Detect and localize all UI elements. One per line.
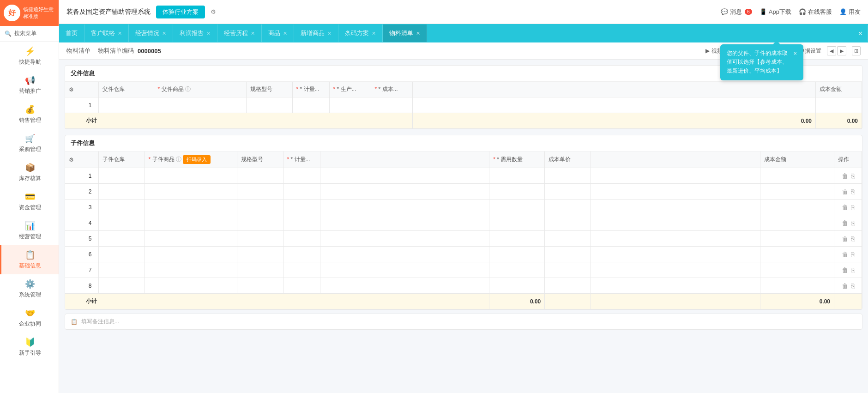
child-warehouse-cell-0[interactable]: [98, 168, 145, 184]
sidebar-item-purchase[interactable]: 🛒 采购管理: [0, 129, 59, 158]
tab-products-close[interactable]: ✕: [283, 30, 287, 36]
parent-spec-cell[interactable]: [246, 97, 292, 113]
tab-ops-status[interactable]: 经营情况 ✕: [129, 24, 173, 42]
parent-cost-cell[interactable]: [371, 97, 412, 113]
sidebar-item-inventory[interactable]: 📦 库存核算: [0, 158, 59, 187]
tab-ops-status-close[interactable]: ✕: [162, 30, 166, 36]
tab-bom[interactable]: 物料清单 ✕: [383, 24, 427, 42]
child-product-cell-1[interactable]: [145, 184, 237, 200]
prev-arrow[interactable]: ◀: [827, 46, 836, 55]
child-warehouse-cell-7[interactable]: [98, 278, 145, 294]
child-product-cell-3[interactable]: [145, 215, 237, 231]
copy-btn-5[interactable]: ⎘: [851, 251, 855, 258]
sidebar-item-guide[interactable]: 🔰 新手引导: [0, 333, 59, 362]
next-arrow[interactable]: ▶: [837, 46, 846, 55]
copy-btn-0[interactable]: ⎘: [851, 172, 855, 180]
tab-ops-history-close[interactable]: ✕: [251, 30, 255, 36]
app-download-button[interactable]: 📱 App下载: [760, 8, 791, 16]
tab-customer-close[interactable]: ✕: [118, 30, 122, 36]
parent-warehouse-cell[interactable]: [98, 97, 154, 113]
tab-new-product[interactable]: 新增商品 ✕: [294, 24, 338, 42]
child-unit-cell-2[interactable]: [283, 200, 320, 215]
child-unit-cost-cell-2[interactable]: [545, 200, 591, 215]
sidebar-item-quick-nav[interactable]: ⚡ 快捷导航: [0, 42, 59, 71]
child-unit-cost-cell-3[interactable]: [545, 215, 591, 231]
child-spec-cell-2[interactable]: [237, 200, 283, 215]
copy-btn-2[interactable]: ⎘: [851, 204, 855, 211]
child-spec-cell-5[interactable]: [237, 247, 283, 262]
delete-btn-6[interactable]: 🗑: [842, 266, 848, 274]
tab-products[interactable]: 商品 ✕: [262, 24, 294, 42]
child-spec-cell-7[interactable]: [237, 278, 283, 294]
child-spec-cell-4[interactable]: [237, 231, 283, 247]
search-menu[interactable]: 🔍 搜索菜单: [0, 26, 59, 42]
sidebar-item-basic-info[interactable]: 📋 基础信息: [0, 245, 59, 274]
delete-btn-5[interactable]: 🗑: [842, 251, 848, 258]
child-warehouse-cell-2[interactable]: [98, 200, 145, 215]
child-warehouse-cell-3[interactable]: [98, 215, 145, 231]
child-unit-cost-cell-1[interactable]: [545, 184, 591, 200]
child-need-qty-cell-3[interactable]: [489, 215, 545, 231]
user-menu[interactable]: 👤 用友: [839, 8, 861, 16]
messages-button[interactable]: 💬 消息 6: [721, 8, 752, 16]
child-unit-cost-cell-0[interactable]: [545, 168, 591, 184]
parent-col-settings[interactable]: ⚙: [65, 82, 82, 97]
tab-customer[interactable]: 客户联络 ✕: [84, 24, 129, 42]
sidebar-item-finance[interactable]: 💳 资金管理: [0, 187, 59, 216]
delete-btn-4[interactable]: 🗑: [842, 235, 848, 242]
child-need-qty-cell-7[interactable]: [489, 278, 545, 294]
child-product-cell-6[interactable]: [145, 262, 237, 278]
child-unit-cell-6[interactable]: [283, 262, 320, 278]
sidebar-item-system[interactable]: ⚙️ 系统管理: [0, 274, 59, 303]
child-product-cell-5[interactable]: [145, 247, 237, 262]
tab-bom-close[interactable]: ✕: [416, 30, 420, 36]
child-warehouse-cell-6[interactable]: [98, 262, 145, 278]
child-unit-cost-cell-4[interactable]: [545, 231, 591, 247]
parent-unit-cell[interactable]: [292, 97, 329, 113]
child-need-qty-cell-5[interactable]: [489, 247, 545, 262]
scan-button[interactable]: 扫码录入: [183, 155, 211, 164]
child-need-qty-cell-1[interactable]: [489, 184, 545, 200]
delete-btn-0[interactable]: 🗑: [842, 172, 848, 180]
copy-btn-1[interactable]: ⎘: [851, 188, 855, 195]
child-unit-cell-3[interactable]: [283, 215, 320, 231]
delete-btn-3[interactable]: 🗑: [842, 219, 848, 227]
tab-barcode[interactable]: 条码方案 ✕: [338, 24, 383, 42]
copy-btn-6[interactable]: ⎘: [851, 266, 855, 274]
child-unit-cell-7[interactable]: [283, 278, 320, 294]
child-unit-cell-5[interactable]: [283, 247, 320, 262]
child-spec-cell-6[interactable]: [237, 262, 283, 278]
child-need-qty-cell-6[interactable]: [489, 262, 545, 278]
tab-profit[interactable]: 利润报告 ✕: [173, 24, 217, 42]
child-unit-cell-4[interactable]: [283, 231, 320, 247]
child-unit-cost-cell-7[interactable]: [545, 278, 591, 294]
child-spec-cell-3[interactable]: [237, 215, 283, 231]
parent-prod-cell[interactable]: [329, 97, 371, 113]
child-unit-cell-1[interactable]: [283, 184, 320, 200]
tab-ops-history[interactable]: 经营历程 ✕: [217, 24, 262, 42]
copy-btn-7[interactable]: ⎘: [851, 282, 855, 290]
child-product-cell-2[interactable]: [145, 200, 237, 215]
child-product-cell-7[interactable]: [145, 278, 237, 294]
tab-close-all[interactable]: ✕: [853, 25, 868, 42]
child-spec-cell-1[interactable]: [237, 184, 283, 200]
copy-btn-4[interactable]: ⎘: [851, 235, 855, 242]
delete-btn-7[interactable]: 🗑: [842, 282, 848, 290]
tab-home[interactable]: 首页: [59, 24, 84, 42]
child-unit-cost-cell-5[interactable]: [545, 247, 591, 262]
settings-icon[interactable]: ⚙: [211, 8, 216, 15]
child-unit-cost-cell-6[interactable]: [545, 262, 591, 278]
child-need-qty-cell-4[interactable]: [489, 231, 545, 247]
child-unit-cell-0[interactable]: [283, 168, 320, 184]
child-product-cell-4[interactable]: [145, 231, 237, 247]
grid-view[interactable]: ⊞: [852, 46, 861, 55]
parent-product-cell[interactable]: [154, 97, 246, 113]
sidebar-item-enterprise[interactable]: 🤝 企业协同: [0, 303, 59, 333]
delete-btn-2[interactable]: 🗑: [842, 204, 848, 211]
child-need-qty-cell-2[interactable]: [489, 200, 545, 215]
copy-btn-3[interactable]: ⎘: [851, 219, 855, 227]
child-col-settings[interactable]: ⚙: [65, 151, 82, 168]
tab-barcode-close[interactable]: ✕: [372, 30, 376, 36]
tooltip-close[interactable]: ×: [793, 49, 797, 59]
child-warehouse-cell-5[interactable]: [98, 247, 145, 262]
